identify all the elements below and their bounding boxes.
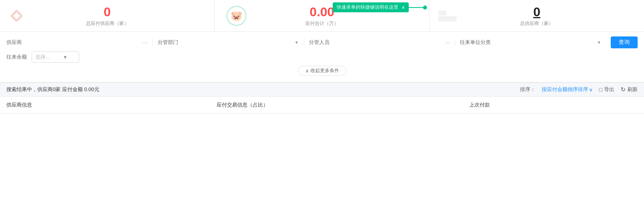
balance-label: 往来余额 [6, 53, 29, 61]
sort-label: 排序： [520, 86, 535, 93]
diamond-icon [8, 7, 25, 25]
query-button[interactable]: 查询 [611, 36, 638, 48]
collapse-row: ∧ 收起更多条件 [6, 64, 638, 79]
supplier-input[interactable] [25, 40, 141, 46]
department-label: 分管部门 [158, 39, 178, 46]
results-actions: 排序： 按应付会额倒序排序 ∨ □ 导出 ↻ 刷新 [520, 86, 638, 93]
search-row-2: 往来余额 选择... ▼ [6, 51, 638, 63]
balance-placeholder: 选择... [35, 53, 50, 61]
sort-value: 按应付会额倒序排序 [542, 86, 588, 93]
tooltip-connector-dot [423, 6, 427, 10]
supplier-dots[interactable]: ··· [143, 39, 148, 46]
svg-rect-3 [438, 16, 457, 21]
results-bar: 搜索结果中，供应商0家 应付金额 0.00元 排序： 按应付会额倒序排序 ∨ □… [0, 82, 644, 97]
stat-total-payable-suppliers: 0 总应付供应商（家） [0, 0, 215, 31]
department-field: 分管部门 ▼ [153, 39, 304, 46]
total-suppliers-number: 0 [533, 4, 540, 19]
manager-label: 分管人员 [309, 39, 330, 46]
balance-arrow: ▼ [63, 54, 68, 60]
tooltip-text: 快速录单的快捷键说明在这里 [337, 4, 398, 11]
sort-arrow: ∨ [589, 87, 593, 93]
stats-bar: 0 总应付供应商（家） 🐷 快速录单的快捷键说明在这里 × 0.00 应付合计（… [0, 0, 644, 32]
supplier-field: 供应商 ··· [6, 39, 153, 46]
refresh-button[interactable]: ↻ 刷新 [621, 86, 638, 93]
manager-field: 分管人员 ··· [304, 39, 455, 46]
tooltip-close-btn[interactable]: × [402, 5, 405, 10]
export-button[interactable]: □ 导出 [599, 86, 614, 93]
export-icon: □ [599, 86, 602, 93]
total-payable-label: 总应付供应商（家） [86, 20, 129, 27]
manager-input[interactable] [333, 40, 444, 46]
department-input[interactable] [181, 40, 293, 46]
collapse-button[interactable]: ∧ 收起更多条件 [298, 66, 347, 76]
col-lastpay-header: 上次付款 [469, 101, 638, 109]
col-supplier-header: 供应商信息 [6, 101, 217, 109]
col-transaction-header: 应付交易信息（占比） [217, 101, 469, 109]
search-bar: 供应商 ··· 分管部门 ▼ 分管人员 ··· 往来单位分类 ▼ 查询 往来余额… [0, 32, 644, 82]
refresh-label: 刷新 [627, 86, 638, 93]
tooltip-badge: 快速录单的快捷键说明在这里 × [333, 2, 409, 12]
stat-total-suppliers: 0 总供应商（家） [430, 0, 644, 31]
table-header: 供应商信息 应付交易信息（占比） 上次付款 [0, 97, 644, 114]
refresh-icon: ↻ [621, 86, 626, 93]
category-field: 往来单位分类 ▼ [455, 39, 606, 46]
category-input[interactable] [494, 40, 595, 46]
category-label: 往来单位分类 [460, 39, 491, 46]
stat-payable-total: 🐷 快速录单的快捷键说明在这里 × 0.00 应付合计（万） [215, 0, 429, 31]
payable-total-label: 应付合计（万） [305, 20, 339, 27]
piggy-icon-wrapper: 🐷 [227, 6, 246, 26]
balance-select[interactable]: 选择... ▼ [32, 51, 79, 63]
piggy-icon: 🐷 [227, 6, 246, 26]
collapse-up-icon: ∧ [305, 68, 309, 74]
department-arrow[interactable]: ▼ [295, 40, 299, 45]
table-body [0, 114, 644, 204]
export-label: 导出 [604, 86, 614, 93]
sort-select[interactable]: 按应付会额倒序排序 ∨ [542, 86, 593, 93]
category-arrow[interactable]: ▼ [597, 40, 601, 45]
total-payable-number: 0 [104, 4, 111, 19]
total-suppliers-label: 总供应商（家） [520, 20, 553, 27]
results-info: 搜索结果中，供应商0家 应付金额 0.00元 [6, 86, 99, 93]
manager-dots[interactable]: ··· [446, 39, 450, 46]
search-row-1: 供应商 ··· 分管部门 ▼ 分管人员 ··· 往来单位分类 ▼ 查询 [6, 36, 638, 48]
supplier-label: 供应商 [6, 39, 22, 46]
svg-rect-2 [438, 10, 446, 15]
collapse-label: 收起更多条件 [311, 67, 339, 74]
payable-total-number: 0.00 [310, 4, 334, 19]
